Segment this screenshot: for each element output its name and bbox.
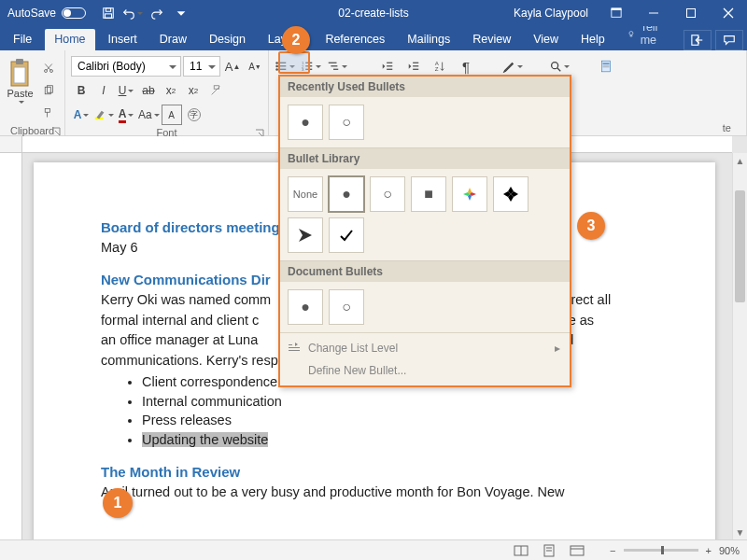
underline-button[interactable]: U — [116, 80, 136, 101]
character-border-icon[interactable]: A — [162, 105, 182, 125]
bullet-option-circle[interactable]: ○ — [329, 105, 364, 140]
document-title: 02-create-lists — [338, 7, 408, 20]
autosave-switch-icon[interactable] — [62, 7, 86, 19]
define-new-bullet-item[interactable]: Define New Bullet... — [280, 359, 570, 382]
change-case-icon[interactable]: Aa — [138, 105, 160, 125]
sort-icon[interactable]: AZ — [430, 56, 450, 77]
zoom-out-button[interactable]: − — [610, 545, 615, 556]
heading-month: The Month in Review — [101, 463, 648, 482]
svg-rect-59 — [289, 347, 300, 348]
bold-button[interactable]: B — [71, 80, 92, 101]
scroll-down-icon[interactable]: ▼ — [733, 525, 747, 539]
show-marks-icon[interactable]: ¶ — [456, 56, 476, 77]
bullet-option-disc[interactable]: ● — [329, 176, 364, 212]
bullet-option-square[interactable]: ■ — [411, 176, 446, 212]
strikethrough-button[interactable]: ab — [138, 80, 159, 101]
bullet-option-circle[interactable]: ○ — [370, 176, 405, 212]
svg-rect-4 — [612, 8, 621, 10]
vertical-scrollbar[interactable]: ▲ ▼ — [732, 153, 747, 539]
scroll-up-icon[interactable]: ▲ — [733, 153, 747, 168]
copy-icon[interactable] — [38, 80, 59, 101]
font-size-combo[interactable]: 11 — [183, 56, 220, 77]
change-list-level-item[interactable]: Change List Level ▸ — [280, 337, 570, 359]
save-icon[interactable] — [97, 3, 120, 23]
svg-rect-2 — [106, 14, 112, 18]
svg-rect-66 — [571, 546, 584, 555]
zoom-level[interactable]: 90% — [719, 545, 740, 556]
grow-font-icon[interactable]: A▲ — [222, 56, 243, 77]
tab-insert[interactable]: Insert — [99, 29, 147, 50]
zoom-slider[interactable] — [624, 549, 698, 552]
bullet-option-disc[interactable]: ● — [288, 105, 323, 140]
svg-point-9 — [629, 31, 633, 35]
format-painter-icon[interactable] — [38, 103, 59, 123]
minimize-button[interactable] — [635, 0, 672, 26]
close-button[interactable] — [710, 0, 747, 26]
bullet-option-4diamond[interactable] — [452, 176, 487, 212]
multilevel-list-button[interactable] — [327, 56, 347, 77]
dialog-launcher-icon[interactable] — [51, 127, 61, 136]
bullet-option-check[interactable] — [329, 217, 364, 253]
body-text: April turned out to be a very busy and p… — [101, 483, 648, 502]
svg-text:Z: Z — [435, 65, 439, 72]
bullet-option-disc[interactable]: ● — [288, 289, 323, 325]
read-mode-icon[interactable] — [511, 542, 531, 559]
svg-rect-45 — [601, 61, 610, 72]
tab-view[interactable]: View — [524, 29, 568, 50]
vertical-ruler[interactable] — [0, 153, 22, 539]
scrollbar-thumb[interactable] — [735, 190, 745, 302]
list-item: Updating the website — [142, 431, 648, 450]
maximize-button[interactable] — [672, 0, 710, 26]
bullet-option-circle[interactable]: ○ — [329, 289, 364, 325]
tab-mailings[interactable]: Mailings — [398, 29, 459, 50]
ribbon-options-icon[interactable] — [598, 0, 635, 26]
comments-button[interactable] — [715, 30, 743, 50]
tab-design[interactable]: Design — [200, 29, 255, 50]
styles-icon[interactable] — [596, 56, 616, 77]
font-name-combo[interactable]: Calibri (Body) — [71, 56, 181, 77]
tab-help[interactable]: Help — [571, 29, 614, 50]
account-name[interactable]: Kayla Claypool — [504, 7, 598, 20]
bullets-dropdown: Recently Used Bullets ● ○ Bullet Library… — [278, 75, 571, 387]
increase-indent-icon[interactable] — [403, 56, 424, 77]
group-font: Calibri (Body) 11 A▲ A▼ B I U ab x2 x2 A… — [65, 50, 269, 135]
bullet-option-diamond4[interactable] — [493, 176, 529, 212]
svg-rect-58 — [289, 344, 292, 345]
shrink-font-icon[interactable]: A▼ — [245, 56, 265, 77]
autosave-toggle[interactable]: AutoSave — [0, 7, 93, 20]
find-icon[interactable] — [549, 56, 570, 77]
paste-button[interactable]: Paste — [6, 56, 35, 105]
qat-customize-icon[interactable] — [170, 3, 192, 23]
undo-icon[interactable] — [121, 3, 144, 23]
text-effects-icon[interactable]: A — [71, 105, 92, 125]
highlight-icon[interactable] — [93, 105, 114, 125]
svg-rect-46 — [603, 63, 610, 64]
svg-marker-57 — [299, 229, 312, 242]
decrease-indent-icon[interactable] — [377, 56, 398, 77]
share-button[interactable] — [684, 30, 712, 50]
bullet-option-arrow[interactable] — [288, 217, 323, 253]
superscript-button[interactable]: x2 — [183, 80, 204, 101]
print-layout-icon[interactable] — [539, 542, 559, 559]
svg-point-44 — [552, 63, 558, 69]
font-color-icon[interactable]: A — [116, 105, 136, 125]
tab-draw[interactable]: Draw — [150, 29, 196, 50]
subscript-button[interactable]: x2 — [161, 80, 181, 101]
web-layout-icon[interactable] — [567, 542, 587, 559]
ribbon-tabs: File Home Insert Draw Design Layout Refe… — [0, 26, 747, 50]
tab-home[interactable]: Home — [45, 29, 94, 50]
tab-file[interactable]: File — [4, 29, 41, 50]
svg-rect-1 — [106, 8, 110, 12]
cut-icon[interactable] — [38, 58, 59, 78]
italic-button[interactable]: I — [93, 80, 114, 101]
bullet-option-none[interactable]: None — [288, 176, 323, 212]
indent-icon — [288, 342, 301, 355]
tab-references[interactable]: References — [316, 29, 394, 50]
zoom-in-button[interactable]: + — [706, 545, 712, 556]
tab-review[interactable]: Review — [463, 29, 520, 50]
pen-icon[interactable] — [502, 56, 523, 77]
clear-format-icon[interactable] — [205, 80, 226, 101]
enclose-char-icon[interactable]: 字 — [184, 105, 204, 125]
redo-icon[interactable] — [146, 3, 168, 23]
svg-rect-6 — [687, 9, 696, 18]
